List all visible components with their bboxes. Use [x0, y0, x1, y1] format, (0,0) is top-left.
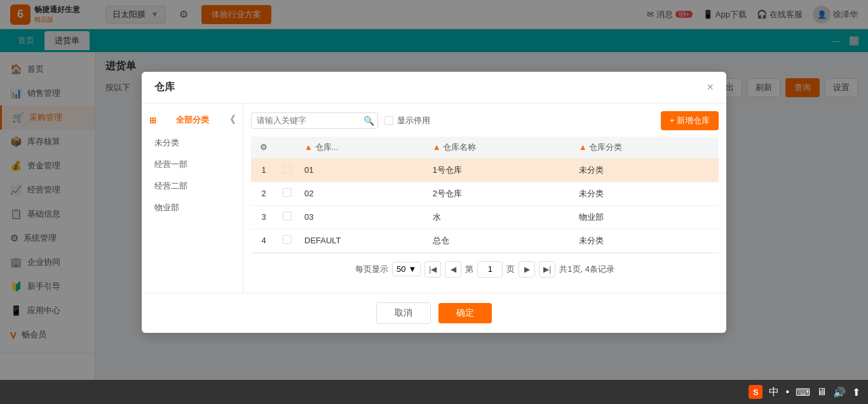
row-num: 3: [251, 205, 276, 229]
col-checkbox: [276, 137, 298, 159]
category-sidebar: ⊞ 全部分类 《 未分类 经营一部 经营二部 物业部: [142, 104, 243, 293]
show-disabled-toggle[interactable]: 显示停用: [384, 115, 430, 126]
col-name: ▲ 仓库名称: [426, 137, 573, 159]
search-icon: 🔍: [363, 116, 374, 126]
row-code: 03: [298, 205, 426, 229]
row-category: 未分类: [573, 229, 719, 252]
prev-page-btn[interactable]: ◀: [445, 261, 461, 278]
modal-title: 仓库: [154, 81, 175, 94]
cat-item-dept1[interactable]: 经营一部: [142, 154, 243, 175]
keyboard-icon[interactable]: ⌨: [796, 386, 810, 398]
table-row[interactable]: 3 03 水 物业部: [251, 205, 719, 229]
taskbar: S 中 • ⌨ 🖥 🔊 ⬆: [0, 380, 868, 404]
cat-item-unclassified[interactable]: 未分类: [142, 132, 243, 154]
col-code: ▲ 仓库...: [298, 137, 426, 159]
col-settings: ⚙: [251, 137, 276, 159]
search-input[interactable]: [257, 116, 363, 125]
table-row[interactable]: 2 02 2号仓库 未分类: [251, 182, 719, 205]
table-toolbar: 🔍 显示停用 + 新增仓库: [251, 111, 719, 130]
all-categories-btn[interactable]: ⊞ 全部分类 《: [142, 109, 243, 132]
s-logo: S: [749, 385, 763, 399]
modal-close-btn[interactable]: ×: [707, 81, 714, 94]
collapse-icon[interactable]: 《: [225, 114, 235, 127]
pagination: 每页显示 50 ▼ |◀ ◀ 第 页 ▶ ▶| 共1页, 4条记录: [251, 253, 719, 285]
row-category: 未分类: [573, 182, 719, 205]
ime-icon[interactable]: 中: [769, 386, 779, 399]
modal-footer: 取消 确定: [142, 293, 726, 333]
chevron-down-icon: ▼: [408, 264, 416, 274]
row-num: 4: [251, 229, 276, 252]
add-warehouse-btn[interactable]: + 新增仓库: [661, 111, 719, 130]
row-name: 2号仓库: [426, 182, 573, 205]
page-size-select[interactable]: 50 ▼: [392, 262, 421, 276]
modal-body: ⊞ 全部分类 《 未分类 经营一部 经营二部 物业部 🔍: [142, 104, 726, 293]
modal-overlay: 仓库 × ⊞ 全部分类 《 未分类 经营一部 经营二部 物业部: [0, 0, 868, 404]
cat-item-dept2[interactable]: 经营二部: [142, 175, 243, 197]
row-category: 物业部: [573, 205, 719, 229]
upload-icon[interactable]: ⬆: [852, 386, 860, 398]
dot-icon: •: [785, 386, 789, 398]
row-name: 总仓: [426, 229, 573, 252]
next-page-btn[interactable]: ▶: [519, 261, 535, 278]
table-row[interactable]: 1 01 1号仓库 未分类: [251, 158, 719, 182]
cat-item-property[interactable]: 物业部: [142, 197, 243, 219]
speaker-icon[interactable]: 🔊: [833, 386, 846, 398]
row-code: DEFAULT: [298, 229, 426, 252]
monitor-icon[interactable]: 🖥: [817, 386, 827, 398]
row-checkbox[interactable]: [276, 158, 298, 182]
row-name: 水: [426, 205, 573, 229]
grid-icon: ⊞: [149, 116, 156, 125]
sort-icon-code: ▲: [304, 142, 313, 152]
warehouse-modal: 仓库 × ⊞ 全部分类 《 未分类 经营一部 经营二部 物业部: [142, 72, 726, 333]
sort-icon-category: ▲: [579, 142, 587, 152]
col-category: ▲ 仓库分类: [573, 137, 719, 159]
disabled-checkbox[interactable]: [384, 116, 393, 125]
last-page-btn[interactable]: ▶|: [539, 261, 555, 278]
table-row[interactable]: 4 DEFAULT 总仓 未分类: [251, 229, 719, 252]
page-input[interactable]: [477, 261, 503, 278]
first-page-btn[interactable]: |◀: [424, 261, 441, 278]
cancel-btn[interactable]: 取消: [376, 302, 431, 324]
warehouse-table: ⚙ ▲ 仓库... ▲ 仓库名称 ▲: [251, 137, 719, 253]
table-area: 🔍 显示停用 + 新增仓库 ⚙: [243, 104, 726, 293]
row-checkbox[interactable]: [276, 229, 298, 252]
table-header-row: ⚙ ▲ 仓库... ▲ 仓库名称 ▲: [251, 137, 719, 159]
row-code: 01: [298, 158, 426, 182]
row-checkbox[interactable]: [276, 182, 298, 205]
sort-icon-name: ▲: [433, 142, 441, 152]
row-name: 1号仓库: [426, 158, 573, 182]
row-checkbox[interactable]: [276, 205, 298, 229]
search-box[interactable]: 🔍: [251, 112, 378, 129]
confirm-btn[interactable]: 确定: [438, 303, 492, 323]
row-code: 02: [298, 182, 426, 205]
modal-header: 仓库 ×: [142, 72, 726, 104]
row-category: 未分类: [573, 158, 719, 182]
row-num: 2: [251, 182, 276, 205]
row-num: 1: [251, 158, 276, 182]
